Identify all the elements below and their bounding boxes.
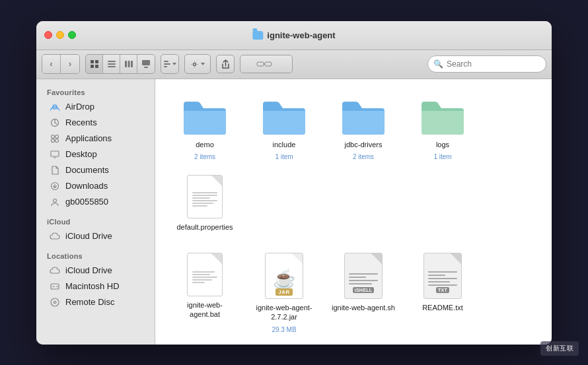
sidebar-item-recents[interactable]: Recents: [39, 115, 152, 131]
maximize-button[interactable]: [68, 31, 76, 39]
nav-buttons: ‹ ›: [42, 54, 80, 74]
svg-point-22: [55, 135, 59, 138]
icloud-drive-loc-label: iCloud Drive: [65, 265, 112, 275]
search-box[interactable]: 🔍: [427, 55, 546, 73]
list-item[interactable]: iSHELL ignite-web-agent.sh: [327, 249, 400, 316]
close-button[interactable]: [44, 31, 52, 39]
list-item[interactable]: logs 1 item: [406, 92, 479, 164]
file-label: logs: [436, 140, 449, 149]
sort-dropdown-button[interactable]: [161, 55, 178, 73]
applications-icon: [50, 133, 60, 144]
svg-rect-12: [164, 61, 168, 62]
shell-script-icon: iSHELL: [344, 253, 383, 299]
svg-rect-9: [131, 61, 133, 67]
file-label: default.properties: [177, 222, 233, 232]
list-item[interactable]: jdbc-drivers 2 items: [327, 92, 400, 164]
list-item[interactable]: include 1 item: [248, 92, 320, 164]
applications-label: Applications: [65, 133, 112, 143]
sidebar-item-desktop[interactable]: Desktop: [39, 147, 152, 162]
path-icon: [256, 60, 276, 68]
folder-icon: [260, 96, 308, 136]
svg-rect-11: [144, 67, 148, 68]
file-label: demo: [196, 140, 214, 149]
svg-rect-25: [51, 151, 59, 156]
svg-point-34: [54, 302, 55, 303]
jar-icon: ☕ JAR: [265, 253, 303, 299]
sidebar-item-user[interactable]: gb0055850: [39, 194, 152, 210]
file-label: jdbc-drivers: [345, 140, 383, 149]
file-sublabel: 1 item: [275, 153, 293, 160]
svg-rect-4: [108, 61, 116, 62]
back-button[interactable]: ‹: [42, 55, 61, 73]
sidebar-item-downloads[interactable]: Downloads: [39, 178, 152, 194]
sidebar-item-airdrop[interactable]: AirDrop: [39, 99, 152, 115]
hd-icon: [50, 281, 60, 292]
gallery-view-button[interactable]: [137, 55, 155, 73]
remote-disc-icon: [50, 297, 60, 308]
list-item[interactable]: ignite-web-agent.bat: [168, 249, 241, 323]
share-button[interactable]: [216, 55, 235, 73]
svg-rect-14: [164, 66, 167, 67]
desktop-icon: [50, 149, 60, 160]
desktop-label: Desktop: [65, 149, 97, 159]
remote-disc-label: Remote Disc: [65, 297, 114, 307]
svg-point-21: [52, 135, 55, 138]
main-content: Favourites AirDrop: [36, 79, 552, 345]
sidebar-item-applications[interactable]: Applications: [39, 131, 152, 147]
list-item[interactable]: ☕ JAR ignite-web-agent-2.7.2.jar 29.3 MB: [248, 249, 320, 337]
file-sublabel: 2 items: [353, 153, 374, 160]
minimize-button[interactable]: [56, 31, 64, 39]
icon-view-button[interactable]: [86, 55, 103, 73]
icloud-drive-label: iCloud Drive: [65, 231, 112, 241]
svg-point-23: [52, 139, 55, 142]
forward-button[interactable]: ›: [61, 55, 79, 73]
file-label: ignite-web-agent.bat: [172, 300, 237, 319]
action-gear-button[interactable]: [185, 55, 210, 73]
document-icon: [187, 175, 223, 218]
list-item[interactable]: default.properties: [168, 171, 241, 236]
svg-point-28: [54, 199, 57, 202]
icloud-icon: [50, 231, 60, 242]
grid-icon: [90, 59, 99, 69]
svg-rect-3: [95, 65, 98, 68]
user-icon: [50, 197, 60, 207]
user-label: gb0055850: [65, 197, 108, 207]
sidebar-item-icloud-drive[interactable]: iCloud Drive: [39, 228, 152, 244]
svg-rect-13: [164, 63, 170, 65]
file-label: ignite-web-agent.sh: [332, 303, 395, 312]
downloads-label: Downloads: [65, 181, 108, 191]
list-item[interactable]: demo 2 items: [168, 92, 241, 164]
path-button[interactable]: [240, 55, 293, 73]
downloads-icon: [50, 181, 60, 191]
list-view-button[interactable]: [103, 55, 120, 73]
sidebar-item-remote-disc[interactable]: Remote Disc: [39, 294, 152, 310]
favorites-section-title: Favourites: [36, 86, 155, 99]
file-sublabel: 29.3 MB: [272, 326, 296, 333]
sidebar-item-icloud-drive-loc[interactable]: iCloud Drive: [39, 263, 152, 279]
list-item[interactable]: TXT README.txt: [406, 249, 479, 316]
svg-rect-7: [125, 61, 127, 67]
column-view-button[interactable]: [120, 55, 137, 73]
airdrop-icon: [50, 102, 60, 112]
icloud-section-title: iCloud: [36, 215, 155, 228]
svg-rect-5: [108, 63, 116, 65]
sidebar-item-documents[interactable]: Documents: [39, 162, 152, 178]
sidebar-item-macintosh-hd[interactable]: Macintosh HD: [39, 279, 152, 294]
window-title-area: ignite-web-agent: [252, 30, 335, 40]
locations-section-title: Locations: [36, 249, 155, 263]
txt-document-icon: TXT: [423, 253, 462, 299]
svg-rect-0: [91, 60, 94, 63]
share-icon: [221, 59, 230, 69]
traffic-lights: [44, 31, 76, 39]
chevron-down-icon: [172, 63, 176, 65]
folder-icon: [181, 96, 229, 136]
file-grid-row2: ignite-web-agent.bat ☕ JAR ignite-web-ag…: [168, 249, 538, 337]
macintosh-hd-label: Macintosh HD: [65, 281, 120, 291]
title-folder-icon: [252, 31, 263, 40]
gallery-icon: [141, 59, 151, 69]
search-input[interactable]: [447, 59, 540, 69]
gear-chevron-icon: [201, 63, 205, 65]
toolbar: ‹ ›: [36, 50, 552, 79]
svg-rect-2: [91, 65, 94, 68]
documents-label: Documents: [65, 165, 109, 175]
